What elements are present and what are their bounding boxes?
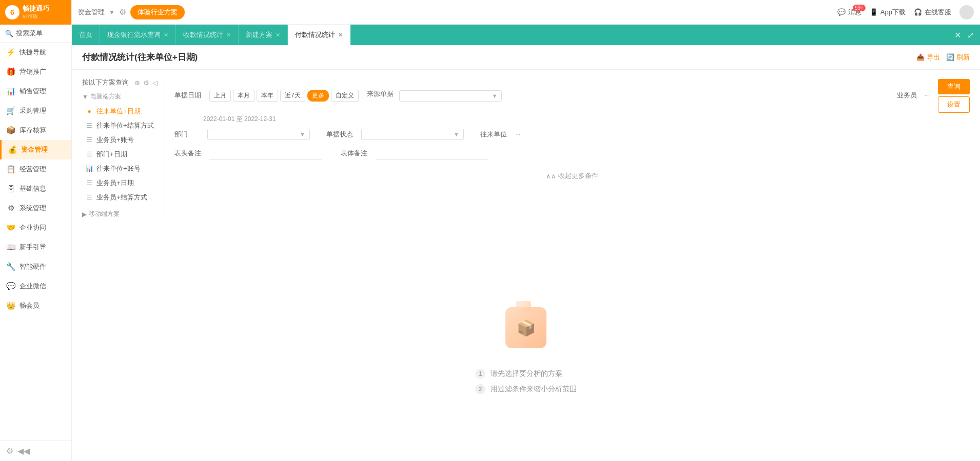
refresh-label: 刷新 [956, 53, 970, 62]
sidebar-item-smart-hw[interactable]: 🔧智能硬件 [0, 257, 71, 276]
sidebar-item-sales[interactable]: 📊销售管理 [0, 82, 71, 101]
sidebar-item-inventory[interactable]: 📦库存核算 [0, 121, 71, 140]
app-download-icon: 📱 [870, 8, 878, 16]
date-btn-more[interactable]: 更多 [307, 90, 329, 102]
dept-select[interactable]: ▼ [207, 129, 310, 140]
date-btn-custom[interactable]: 自定义 [331, 90, 359, 102]
sidebar-item-quick-nav[interactable]: ⚡快捷导航 [0, 43, 71, 62]
scheme-unit-settle[interactable]: ☰ 往来单位+结算方式 [82, 118, 158, 133]
app-download-button[interactable]: 📱 App下载 [870, 8, 906, 17]
user-avatar[interactable] [959, 5, 974, 19]
sidebar-item-marketing[interactable]: 🎁营销推广 [0, 62, 71, 82]
refresh-button[interactable]: 🔄 刷新 [946, 53, 970, 62]
app-edition: 标准版 [23, 13, 49, 20]
search-menu-item[interactable]: 🔍 搜索菜单 [0, 25, 71, 43]
membership-icon: 👑 [6, 301, 15, 310]
try-industry-button[interactable]: 体验行业方案 [130, 5, 185, 19]
body-note-input[interactable] [376, 147, 488, 159]
sidebar-label-purchase: 采购管理 [19, 106, 46, 115]
mobile-group-arrow: ▶ [82, 211, 87, 218]
sidebar-label-inventory: 库存核算 [19, 126, 46, 135]
settings-button[interactable]: 设置 [938, 96, 970, 113]
robot-head-shape [516, 301, 531, 311]
scheme-unit-account[interactable]: 📊 往来单位+账号 [82, 162, 158, 176]
header-note-label: 表头备注 [174, 149, 201, 158]
scheme-salesman-settle-label: 业务员+结算方式 [96, 193, 147, 202]
date-range-text: 2022-01-01 至 2022-12-31 [203, 115, 276, 123]
tab-bank-flow-close[interactable]: ✕ [164, 32, 168, 38]
sidebar-item-operation[interactable]: 📋经营管理 [0, 159, 71, 179]
tab-new-scheme-label: 新建方案 [246, 30, 272, 39]
date-btn-this-year[interactable]: 本年 [257, 90, 278, 102]
online-service-icon: 🎧 [914, 8, 922, 16]
sidebar-item-membership[interactable]: 👑畅会员 [0, 296, 71, 315]
robot-body-shape: 📦 [505, 307, 546, 348]
empty-tip-1: 1 请先选择要分析的方案 [475, 369, 577, 379]
sidebar-item-purchase[interactable]: 🛒采购管理 [0, 101, 71, 121]
settings-icon[interactable]: ⚙ [6, 446, 13, 456]
sidebar-item-capital[interactable]: 💰资金管理 [0, 140, 71, 159]
source-doc-arrow: ▼ [492, 93, 497, 99]
close-all-tabs-icon[interactable]: ✕ [952, 30, 963, 40]
tab-payment-stats-label: 付款情况统计 [295, 30, 335, 39]
scheme-sidebar: 按以下方案查询 ⊕ ⚙ ◁ ▼ 电脑端方案 ● 往来单位+日期 ☰ [82, 78, 164, 222]
expand-tabs-icon[interactable]: ⤢ [965, 30, 976, 40]
sidebar-item-enterprise-wechat[interactable]: 💬企业微信 [0, 276, 71, 296]
purchase-icon: 🛒 [6, 106, 15, 115]
online-service-button[interactable]: 🎧 在线客服 [914, 8, 951, 17]
enterprise-wechat-icon: 💬 [6, 282, 15, 291]
page-content: 付款情况统计(往来单位+日期) 📤 导出 🔄 刷新 按以下方案查询 ⊕ [72, 45, 980, 461]
date-btn-7days[interactable]: 近7天 [280, 90, 305, 102]
date-label: 单据日期 [174, 91, 201, 100]
scheme-unit-settle-label: 往来单位+结算方式 [96, 121, 154, 130]
salesman-more-icon[interactable]: ··· [925, 92, 930, 99]
system-icon: ⚙ [6, 204, 15, 213]
scheme-salesman-date[interactable]: ☰ 业务员+日期 [82, 176, 158, 190]
settings-scheme-icon[interactable]: ⚙ [143, 79, 149, 87]
sales-icon: 📊 [6, 87, 15, 96]
desktop-group-arrow: ▼ [82, 93, 88, 101]
salesman-label: 业务员 [897, 91, 922, 100]
scheme-unit-date[interactable]: ● 往来单位+日期 [82, 104, 158, 118]
tab-receipt-stats-close[interactable]: ✕ [226, 32, 231, 38]
date-btn-last-month[interactable]: 上月 [209, 90, 231, 102]
tab-receipt-stats[interactable]: 收款情况统计 ✕ [176, 25, 239, 45]
sidebar-item-system[interactable]: ⚙系统管理 [0, 198, 71, 218]
desktop-scheme-group[interactable]: ▼ 电脑端方案 [82, 92, 158, 101]
sidebar-item-guide[interactable]: 📖新手引导 [0, 237, 71, 257]
search-menu-label: 搜索菜单 [16, 29, 43, 38]
source-doc-select[interactable]: ▼ [399, 90, 502, 102]
sidebar-label-system: 系统管理 [19, 204, 46, 213]
tab-home[interactable]: 首页 [72, 25, 100, 45]
query-button[interactable]: 查询 [938, 79, 970, 94]
add-scheme-icon[interactable]: ⊕ [134, 79, 140, 87]
date-btn-this-month[interactable]: 本月 [233, 90, 254, 102]
header-note-input[interactable] [209, 147, 322, 159]
messages-button[interactable]: 💬 消息 99+ [837, 8, 861, 17]
tab-bank-flow[interactable]: 现金银行流水查询 ✕ [100, 25, 176, 45]
counterpart-more-icon[interactable]: ··· [515, 131, 520, 138]
tab-payment-stats-close[interactable]: ✕ [338, 32, 343, 38]
topbar-gear-icon[interactable]: ⚙ [119, 7, 126, 17]
tab-new-scheme[interactable]: 新建方案 ✕ [239, 25, 288, 45]
topbar-right: 💬 消息 99+ 📱 App下载 🎧 在线客服 [837, 5, 974, 19]
export-button[interactable]: 📤 导出 [916, 53, 940, 62]
collapse-scheme-icon[interactable]: ◁ [152, 79, 158, 87]
online-service-label: 在线客服 [925, 8, 951, 17]
capital-icon: 💰 [8, 145, 17, 154]
tab-payment-stats[interactable]: 付款情况统计 ✕ [288, 25, 350, 45]
tab-new-scheme-close[interactable]: ✕ [276, 32, 280, 38]
scheme-unit-account-icon: 📊 [85, 165, 93, 173]
mobile-scheme-group[interactable]: ▶ 移动端方案 [82, 210, 158, 218]
scheme-salesman-account[interactable]: ☰ 业务员+账号 [82, 133, 158, 147]
tabbar-actions: ✕ ⤢ [948, 25, 980, 45]
scheme-dept-date[interactable]: ☰ 部门+日期 [82, 147, 158, 162]
sidebar-item-basic-info[interactable]: 🗄基础信息 [0, 179, 71, 198]
collapse-more-bar[interactable]: ∧∧ 收起更多条件 [174, 167, 970, 185]
doc-status-select[interactable]: ▼ [361, 129, 464, 140]
topbar-breadcrumb: 资金管理 [78, 8, 105, 17]
scheme-salesman-settle[interactable]: ☰ 业务员+结算方式 [82, 190, 158, 205]
page-header: 付款情况统计(往来单位+日期) 📤 导出 🔄 刷新 [72, 45, 980, 70]
sidebar-item-enterprise[interactable]: 🤝企业协同 [0, 218, 71, 237]
collapse-sidebar-icon[interactable]: ◀◀ [17, 446, 30, 456]
